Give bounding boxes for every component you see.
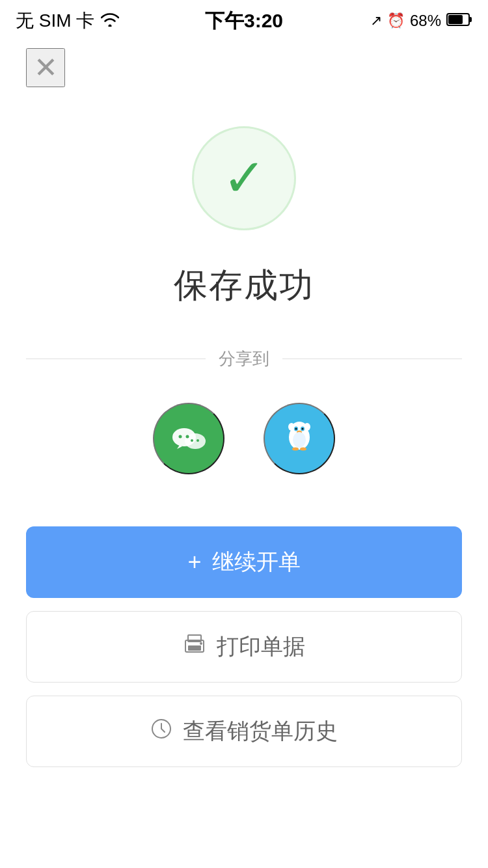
share-line-left xyxy=(26,359,206,359)
share-divider: 分享到 xyxy=(26,347,462,370)
svg-point-7 xyxy=(191,439,193,442)
battery-text: 68% xyxy=(410,12,441,30)
svg-point-19 xyxy=(292,447,299,450)
qq-icon xyxy=(278,418,321,460)
svg-point-24 xyxy=(200,642,202,645)
print-label: 打印单据 xyxy=(217,632,305,662)
wechat-icon xyxy=(168,418,210,460)
close-button[interactable]: ✕ xyxy=(26,48,65,87)
continue-button[interactable]: + 继续开单 xyxy=(26,526,462,598)
status-time: 下午3:20 xyxy=(205,8,283,34)
share-label: 分享到 xyxy=(219,347,269,370)
location-icon: ↗ xyxy=(370,12,382,29)
battery-icon xyxy=(446,11,472,31)
status-carrier: 无 SIM 卡 xyxy=(16,8,119,33)
status-right-icons: ↗ ⏰ 68% xyxy=(370,11,472,31)
print-button[interactable]: 打印单据 xyxy=(26,611,462,683)
main-content: ✕ ✓ 保存成功 分享到 xyxy=(0,42,488,767)
history-button[interactable]: 查看销货单历史 xyxy=(26,696,462,767)
success-title: 保存成功 xyxy=(174,263,314,308)
alarm-icon: ⏰ xyxy=(387,12,405,29)
print-icon xyxy=(183,634,206,660)
svg-point-16 xyxy=(301,427,303,429)
continue-plus-icon: + xyxy=(187,549,201,576)
svg-point-5 xyxy=(178,435,182,438)
svg-point-6 xyxy=(185,435,189,438)
svg-rect-1 xyxy=(469,17,472,22)
svg-rect-2 xyxy=(448,15,463,24)
wechat-share-button[interactable] xyxy=(153,403,224,474)
svg-rect-22 xyxy=(188,645,201,651)
wifi-icon xyxy=(101,10,119,31)
carrier-text: 无 SIM 卡 xyxy=(16,8,94,33)
svg-point-20 xyxy=(300,447,306,450)
action-buttons: + 继续开单 打印单据 查看销货单历史 xyxy=(26,526,462,767)
continue-label: 继续开单 xyxy=(212,547,301,577)
qq-share-button[interactable] xyxy=(264,403,335,474)
svg-point-18 xyxy=(293,432,306,448)
checkmark-icon: ✓ xyxy=(223,152,266,204)
share-line-right xyxy=(282,359,462,359)
share-icons-container xyxy=(153,403,335,474)
status-bar: 无 SIM 卡 下午3:20 ↗ ⏰ 68% xyxy=(0,0,488,42)
svg-point-11 xyxy=(288,423,295,431)
svg-point-14 xyxy=(295,427,297,429)
success-icon-container: ✓ xyxy=(192,126,296,230)
svg-point-8 xyxy=(197,439,199,442)
history-label: 查看销货单历史 xyxy=(183,716,338,746)
close-icon: ✕ xyxy=(34,53,58,82)
svg-point-12 xyxy=(304,423,310,431)
history-icon xyxy=(150,718,172,745)
